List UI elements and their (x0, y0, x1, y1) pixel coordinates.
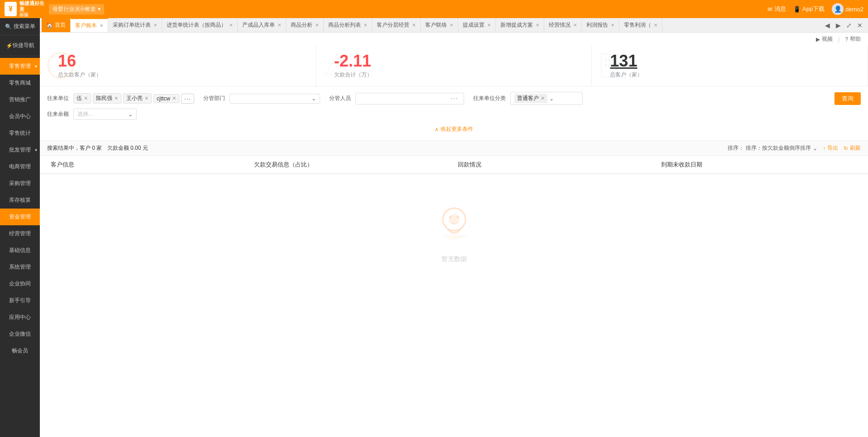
message-btn[interactable]: ✉ 消息 (767, 5, 786, 13)
tab-close-add-achievement[interactable]: ✕ (536, 23, 539, 28)
account-dropdown-text: 母婴行业演示帐套 (53, 5, 96, 13)
tab-close-retail-profit[interactable]: ✕ (654, 23, 657, 28)
tab-close-product-analysis[interactable]: ✕ (315, 23, 319, 28)
dept-label: 分管部门 (203, 95, 225, 102)
star-icon: ⚡ (6, 43, 13, 49)
results-actions: 排序： 排序：按欠款金额倒序排序 ⌄ ↑ 导出 ↻ 刷新 (728, 144, 861, 152)
chevron-down-icon: ⌄ (312, 95, 316, 102)
tag-chen-close[interactable]: ✕ (114, 95, 118, 101)
tab-close-purchase-orders[interactable]: ✕ (153, 23, 157, 28)
help-btn[interactable]: ? 帮助 (845, 35, 861, 43)
tag-wang-close[interactable]: ✕ (144, 95, 149, 101)
tab-close-customer-contact[interactable]: ✕ (450, 23, 453, 28)
app-download-btn[interactable]: 📱 App下载 (793, 5, 825, 13)
balance-input[interactable]: 选择... ⌄ (73, 109, 137, 120)
tab-close-product-analysis-list[interactable]: ✕ (364, 23, 367, 28)
tab-add-achievement[interactable]: 新增提成方案 ✕ (496, 18, 544, 33)
tab-customer-seg[interactable]: 客户分层经营 ✕ (372, 18, 421, 33)
tab-next-btn[interactable]: ▶ (834, 21, 843, 30)
sidebar-item-wholesale[interactable]: 批发管理 ▾ (0, 142, 40, 158)
header-payment-status: 回款情况 (454, 161, 657, 169)
sidebar-quick-nav-item[interactable]: ⚡ 快捷导航 (0, 38, 40, 53)
sidebar-menu: 零售管理 ▾ 零售商城 营销推广 会员中心 零售统计 批发管理 ▾ (0, 56, 40, 361)
search-icon: 🔍 (5, 24, 12, 30)
chevron-down-icon: ▾ (98, 6, 101, 12)
category-select[interactable]: 普通客户 ✕ ⌄ (510, 92, 583, 105)
tag-normal-customer-close[interactable]: ✕ (541, 95, 545, 101)
tab-profit-report[interactable]: 利润报告 ✕ (582, 18, 619, 33)
sort-select[interactable]: 排序： 排序：按欠款金额倒序排序 ⌄ (728, 144, 817, 152)
sidebar-item-ops[interactable]: 经营管理 (0, 225, 40, 242)
sidebar-item-enterprise-collab[interactable]: 企业协同 (0, 276, 40, 292)
chevron-down-icon: ⌄ (813, 145, 817, 152)
account-dropdown[interactable]: 母婴行业演示帐套 ▾ (49, 4, 104, 14)
tab-home[interactable]: 🏠 首页 (42, 18, 71, 33)
sidebar-search[interactable]: 🔍 搜索菜单 (0, 18, 40, 35)
video-help-btn[interactable]: ▶ 视频 (816, 35, 833, 43)
empty-label: 暂无数据 (441, 255, 467, 263)
sidebar-item-label: 新手引导 (9, 297, 31, 304)
tab-production[interactable]: 产成品入库单 ✕ (238, 18, 286, 33)
tab-product-analysis[interactable]: 商品分析 ✕ (286, 18, 324, 33)
sidebar-item-member[interactable]: 会员中心 (0, 108, 40, 125)
collapse-section: ∧ 收起更多条件 (47, 124, 861, 135)
tab-close-promotion-settings[interactable]: ✕ (487, 23, 491, 28)
sidebar-item-label: 企业协同 (9, 280, 31, 288)
tab-purchase-orders[interactable]: 采购订单统计表 ✕ (108, 18, 162, 33)
refresh-btn[interactable]: ↻ 刷新 (844, 144, 861, 152)
person-select[interactable]: ··· (355, 93, 464, 104)
filter-area: 往来单位 伍 ✕ 陈民强 ✕ 王小亮 (40, 86, 868, 141)
dept-select[interactable]: ⌄ (230, 94, 320, 104)
tab-promotion-settings[interactable]: 提成设置 ✕ (458, 18, 496, 33)
tab-close-all-btn[interactable]: ✕ (855, 21, 864, 30)
sidebar-item-new-guide[interactable]: 新手引导 (0, 292, 40, 309)
tab-accounts[interactable]: 客户账本 ✕ (71, 18, 108, 33)
tab-retail-profit[interactable]: 零售利润（ ✕ (619, 18, 662, 33)
query-button[interactable]: 查询 (834, 92, 861, 105)
sidebar-item-retail-mall[interactable]: 零售商城 (0, 75, 40, 91)
tab-purchase-stats[interactable]: 进货单统计表（按商品） ✕ (162, 18, 238, 33)
more-tags-btn[interactable]: ··· (181, 94, 194, 104)
tab-customer-contact[interactable]: 客户联络 ✕ (421, 18, 458, 33)
sidebar-item-finance[interactable]: 资金管理 (0, 209, 40, 225)
tag-wang: 王小亮 ✕ (123, 93, 152, 104)
sidebar-item-label: 资金管理 (9, 213, 31, 221)
sidebar-item-ecommerce[interactable]: 电商管理 (0, 158, 40, 175)
tab-close-customer-seg[interactable]: ✕ (412, 23, 416, 28)
tab-prev-btn[interactable]: ◀ (823, 21, 832, 30)
sidebar-item-retail-mgmt[interactable]: 零售管理 ▾ (0, 58, 40, 75)
sidebar-item-purchase[interactable]: 采购管理 (0, 175, 40, 192)
export-btn[interactable]: ↑ 导出 (823, 144, 838, 152)
phone-icon: 📱 (793, 6, 801, 13)
stat-debt-amount: ✦ -2.11 欠款合计（万） (316, 46, 592, 86)
tab-business-status[interactable]: 经营情况 ✕ (544, 18, 582, 33)
sidebar-item-marketing[interactable]: 营销推广 (0, 91, 40, 108)
tab-close-business-status[interactable]: ✕ (573, 23, 577, 28)
tab-bar: 🏠 首页 客户账本 ✕ 采购订单统计表 ✕ 进货单统计表（按商品） ✕ 产成品入… (40, 18, 868, 33)
filter-row-1: 往来单位 伍 ✕ 陈民强 ✕ 王小亮 (47, 92, 861, 105)
tag-cjttcw-close[interactable]: ✕ (172, 95, 176, 101)
tab-maximize-btn[interactable]: ⤢ (844, 21, 854, 30)
svg-rect-6 (604, 58, 607, 61)
svg-point-12 (449, 216, 452, 218)
sidebar-item-vip[interactable]: 畅会员 (0, 342, 40, 359)
user-profile[interactable]: 👤 demo2 (832, 3, 863, 15)
tab-close-purchase-stats[interactable]: ✕ (229, 23, 233, 28)
tab-close-accounts[interactable]: ✕ (100, 23, 103, 28)
tab-close-production[interactable]: ✕ (278, 23, 281, 28)
sidebar-item-basic-info[interactable]: 基础信息 (0, 242, 40, 259)
sidebar-item-inventory[interactable]: 库存核算 (0, 192, 40, 209)
sidebar-item-system[interactable]: 系统管理 (0, 259, 40, 276)
sidebar-item-label: 经营管理 (9, 230, 31, 238)
tab-product-analysis-list[interactable]: 商品分析列表 ✕ (324, 18, 372, 33)
sidebar-item-enterprise-wechat[interactable]: 企业微信 (0, 326, 40, 342)
category-label: 往来单位分类 (473, 95, 506, 102)
collapse-btn[interactable]: ∧ 收起更多条件 (435, 125, 473, 133)
header-debt-info: 欠款交易信息（占比） (250, 161, 454, 169)
sidebar-item-app-center[interactable]: 应用中心 (0, 309, 40, 326)
sidebar-item-label: 库存核算 (9, 196, 31, 204)
tag-wu-close[interactable]: ✕ (84, 95, 88, 101)
tab-close-profit-report[interactable]: ✕ (611, 23, 614, 28)
sidebar-item-retail-stats[interactable]: 零售统计 (0, 125, 40, 142)
content-area: ▶ 视频 | ? 帮助 (40, 33, 868, 437)
